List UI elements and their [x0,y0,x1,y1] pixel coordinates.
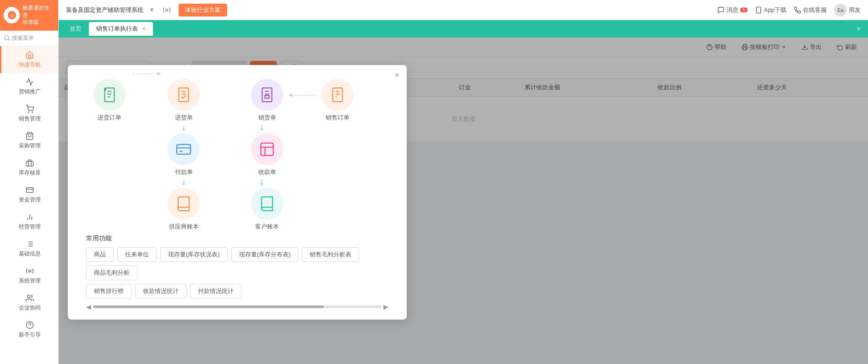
svg-point-5 [32,112,33,113]
logo-text: 畅康通好生意 标准版 [22,5,55,26]
user-info[interactable]: Ea 用友 [834,4,861,16]
flow-node-receipt: 收款单 [251,133,283,176]
svg-rect-43 [177,145,191,154]
scroll-right-arrow[interactable]: ▶ [383,303,388,310]
sidebar: U 畅康通好生意 标准版 搜索菜单 快捷导航 营销推广 销售管理 [0,0,59,364]
flow-arrow-down-2: ↓ [182,177,186,187]
svg-rect-40 [179,88,189,102]
svg-rect-8 [27,188,33,193]
scroll-thumb [93,305,324,308]
dropdown-arrow[interactable]: ▼ [149,6,155,13]
scroll-left-arrow[interactable]: ◀ [86,303,91,310]
svg-rect-7 [27,161,33,166]
try-button[interactable]: 体验行业方案 [179,4,227,16]
flow-node-sales-order: 销售订单 [322,79,354,122]
online-service-btn[interactable]: 在线客服 [794,6,827,14]
flow-label-purchase-order: 进货订单 [98,114,121,122]
svg-rect-46 [262,88,272,102]
content-area: 帮助 按模板打印 ▼ 导出 刷新 [59,38,868,364]
flow-label-receipt: 收款单 [258,168,276,176]
common-functions-title: 常用功能 [86,234,388,243]
app-download-btn[interactable]: App下载 [755,6,786,14]
svg-line-3 [8,39,10,41]
sidebar-item-finance[interactable]: 资金管理 [0,181,58,208]
func-buttons-row1: 商品 往来单位 现存量(库存状况表) 现存量(库存分布表) 销售毛利分析表 商品… [86,247,388,280]
func-btn-stock-dist[interactable]: 现存量(库存分布表) [231,247,299,262]
svg-text:U: U [10,13,13,18]
func-btn-product-profit[interactable]: 商品毛利分析 [86,266,137,280]
flow-arrow-left-1 [289,92,316,98]
scroll-track[interactable] [93,305,382,308]
svg-point-19 [29,270,31,272]
sidebar-item-operation[interactable]: 经营管理 [0,208,58,235]
flow-arrow-down-1: ↓ [182,123,186,132]
func-btn-receipt-stats[interactable]: 收款情况统计 [135,284,186,299]
flow-arrow-right-1 [133,71,160,87]
sidebar-logo: U 畅康通好生意 标准版 [0,0,58,31]
modal-close-btn[interactable]: × [394,71,399,80]
flow-node-payment: 付款单 [168,133,200,176]
svg-rect-52 [333,88,343,102]
svg-rect-34 [105,88,115,102]
sidebar-item-system[interactable]: 系统管理 [0,262,58,289]
flow-node-customer-ledger: 客户账本 [251,188,283,231]
flow-arrow-down-3: ↓ [260,123,264,132]
header-right: 消息 5 App下载 在线客服 Ea 用友 [717,4,861,16]
sidebar-item-guide[interactable]: 新手引导 [0,316,58,343]
func-btn-stock-status[interactable]: 现存量(库存状况表) [160,247,228,262]
func-btn-payment-stats[interactable]: 付款情况统计 [190,284,241,299]
flow-label-sales-bill: 销货单 [258,114,276,122]
flow-arrow-down-4: ↓ [260,177,264,187]
flow-diagram: 进货订单 进 [86,79,388,231]
search-menu[interactable]: 搜索菜单 [0,31,58,46]
tab-close-icon[interactable]: × [142,26,146,32]
modal-overlay: × 进货订单 [59,38,868,364]
sidebar-item-basic[interactable]: 基础信息 [0,235,58,262]
tab-bar-close-btn[interactable]: × [853,25,864,33]
flow-left-col: 进货订单 [86,79,133,122]
tab-sales-exec[interactable]: 销售订单执行表 × [89,22,153,36]
func-btn-contacts[interactable]: 往来单位 [117,247,157,262]
sidebar-nav: 快捷导航 营销推广 销售管理 采购管理 库存核算 资金管理 [0,46,58,364]
func-buttons-row2: 销售排行榜 收款情况统计 付款情况统计 [86,284,388,299]
tab-bar: 首页 销售订单执行表 × × [59,20,868,38]
func-btn-product[interactable]: 商品 [86,247,114,262]
header: 装备及固定资产辅助管理系统 ▼ 体验行业方案 消息 5 App下载 在线客服 [59,0,868,20]
sidebar-item-quick[interactable]: 快捷导航 [0,46,58,73]
func-btn-sales-rank[interactable]: 销售排行榜 [86,284,131,299]
svg-point-4 [28,112,29,113]
common-functions: 常用功能 商品 往来单位 现存量(库存状况表) 现存量(库存分布表) 销售毛利分… [86,234,388,299]
avatar: Ea [834,4,847,16]
flow-node-purchase-order: 进货订单 [93,79,126,122]
main-area: 装备及固定资产辅助管理系统 ▼ 体验行业方案 消息 5 App下载 在线客服 [59,0,868,364]
tab-home[interactable]: 首页 [62,22,89,36]
sidebar-item-cooperation[interactable]: 企业协同 [0,289,58,316]
flow-node-supplier-ledger: 供应商账本 [168,188,200,231]
flow-label-customer-ledger: 客户账本 [255,223,279,231]
flow-node-purchase-bill: 进货单 [168,79,200,122]
sidebar-item-purchase[interactable]: 采购管理 [0,127,58,154]
svg-rect-24 [756,7,760,13]
svg-point-2 [5,36,9,40]
sidebar-item-marketing[interactable]: 营销推广 [0,73,58,100]
system-name: 装备及固定资产辅助管理系统 [66,6,143,14]
modal-scrollbar: ◀ ▶ [86,303,388,310]
svg-rect-49 [265,96,269,98]
svg-rect-56 [261,143,273,156]
flow-label-purchase-bill: 进货单 [175,114,193,122]
func-btn-sales-profit[interactable]: 销售毛利分析表 [302,247,359,262]
flow-right-col: 销货单 销售订单 [244,79,361,231]
logo-icon: U [4,7,20,23]
svg-point-23 [166,9,168,11]
flow-label-sales-order: 销售订单 [326,114,349,122]
message-btn[interactable]: 消息 5 [717,6,748,14]
flow-label-payment: 付款单 [175,168,193,176]
sidebar-item-sales[interactable]: 销售管理 [0,100,58,127]
flow-node-sales-bill: 销货单 [251,79,283,122]
modal: × 进货订单 [68,65,407,320]
sidebar-item-inventory[interactable]: 库存核算 [0,154,58,181]
flow-label-supplier-ledger: 供应商账本 [169,223,199,231]
svg-marker-39 [158,72,160,76]
settings-icon[interactable] [160,4,173,16]
svg-point-20 [27,295,30,298]
